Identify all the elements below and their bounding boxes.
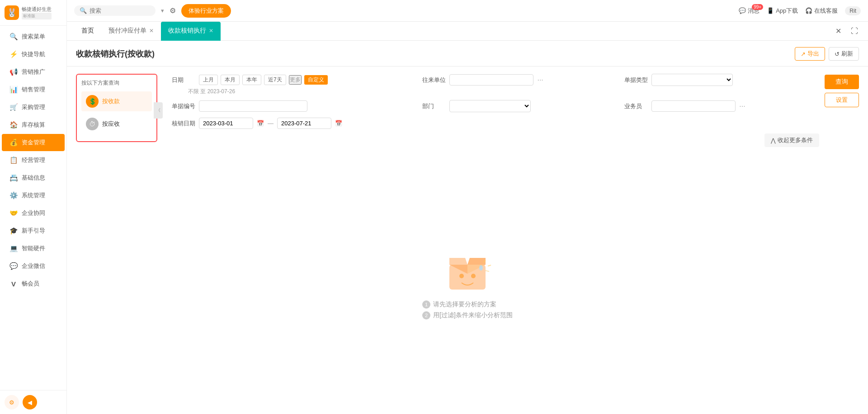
dept-select[interactable]	[449, 100, 531, 112]
date-7days[interactable]: 近7天	[264, 75, 286, 85]
hexiao-date-start[interactable]	[199, 118, 253, 129]
filter-rows-actions: 日期 上月 本月 本年 近7天 更多 自定义	[172, 74, 859, 147]
sidebar-item-management[interactable]: 📋 经营管理	[2, 152, 65, 169]
date-this-year[interactable]: 本年	[242, 75, 261, 85]
search-input[interactable]	[90, 7, 144, 14]
online-service-btn[interactable]: 🎧 在线客服	[805, 7, 838, 15]
sidebar-footer: ⚙ ◀	[0, 390, 66, 414]
doctype-select[interactable]	[651, 74, 733, 86]
sales-icon: 📊	[9, 86, 18, 94]
app-label: App下载	[776, 7, 798, 15]
doctype-label: 单据类型	[624, 76, 648, 84]
filter-rows: 日期 上月 本月 本年 近7天 更多 自定义	[172, 74, 819, 147]
sidebar-item-label: 快捷导航	[22, 50, 45, 58]
sidebar-item-label: 营销推广	[22, 68, 45, 76]
date-custom-badge[interactable]: 自定义	[304, 75, 328, 85]
message-btn[interactable]: 💬 消息 99+	[739, 7, 760, 15]
sidebar-item-label: 智能硬件	[22, 244, 45, 252]
sidebar-item-sales[interactable]: 📊 销售管理	[2, 81, 65, 98]
service-label: 在线客服	[814, 7, 838, 15]
docno-field: 单据编号	[172, 100, 415, 112]
sidebar-item-label: 基础信息	[22, 174, 45, 182]
basicinfo-icon: 📇	[9, 174, 18, 182]
user-avatar-btn[interactable]: Rit	[845, 6, 861, 15]
filter-action-btns: 查询 设置	[825, 74, 859, 147]
sidebar-item-marketing[interactable]: 📢 营销推广	[2, 63, 65, 81]
sidebar-item-wechat[interactable]: 💬 企业微信	[2, 257, 65, 275]
sidebar-item-basic-info[interactable]: 📇 基础信息	[2, 169, 65, 186]
chevron-down-icon[interactable]: ▾	[161, 7, 164, 14]
tip-text-2: 用[过滤]条件来缩小分析范围	[433, 311, 513, 319]
dept-label: 部门	[422, 102, 446, 110]
counterparty-dots[interactable]: ···	[537, 76, 543, 84]
tab-receipt-close[interactable]: ✕	[209, 28, 213, 34]
collapse-more-label: 收起更多条件	[778, 136, 813, 144]
docno-input[interactable]	[199, 100, 307, 112]
refresh-label: 刷新	[841, 50, 853, 58]
hexiao-date-label: 核销日期	[172, 119, 195, 128]
empty-state: 1 请先选择要分析的方案 2 用[过滤]条件来缩小分析范围	[67, 154, 868, 414]
date-more-btn[interactable]: 更多	[289, 75, 302, 85]
date-label: 日期	[172, 76, 195, 84]
empty-svg	[440, 249, 495, 294]
solution-button[interactable]: 体验行业方案	[181, 4, 231, 18]
tab-receipt-writeoff[interactable]: 收款核销执行 ✕	[161, 22, 221, 41]
sidebar-item-label: 新手引导	[22, 227, 45, 235]
settings-btn[interactable]: ⚙	[5, 395, 19, 409]
app-logo: 🐰 畅捷通好生意 标准版	[0, 0, 66, 26]
gear-icon[interactable]: ⚙	[170, 6, 176, 15]
logo-text-block: 畅捷通好生意 标准版	[22, 6, 52, 19]
tab-expand-btn[interactable]: ⛶	[848, 25, 861, 38]
sidebar-item-search[interactable]: 🔍 搜索菜单	[2, 28, 65, 45]
filter-settings-button[interactable]: 设置	[825, 93, 859, 107]
hexiao-date-field: 核销日期 📅 — 📅	[172, 118, 819, 129]
sidebar-item-label: 资金管理	[22, 138, 45, 147]
app-name: 畅捷通好生意	[22, 6, 52, 12]
panel-collapse-btn[interactable]: 《	[154, 102, 163, 119]
sidebar-item-collab[interactable]: 🤝 企业协同	[2, 205, 65, 222]
hexiao-date-end[interactable]	[277, 118, 331, 129]
date-this-month[interactable]: 本月	[221, 75, 240, 85]
tab-prepay-close[interactable]: ✕	[149, 28, 154, 34]
management-icon: 📋	[9, 156, 18, 164]
sidebar-item-inventory[interactable]: 🏠 库存核算	[2, 116, 65, 133]
staff-label: 业务员	[624, 102, 648, 110]
receivable-option-label: 按应收	[102, 120, 120, 128]
topbar-search-box[interactable]: 🔍	[74, 5, 156, 16]
sidebar-item-member[interactable]: V 畅会员	[2, 275, 65, 292]
main-area: 🔍 ▾ ⚙ 体验行业方案 💬 消息 99+ 📱 App下载 🎧 在线客服 Rit	[67, 0, 868, 414]
export-icon: ↗	[801, 51, 806, 57]
tab-close-window-btn[interactable]: ✕	[832, 25, 844, 38]
refresh-button[interactable]: ↺ 刷新	[829, 47, 859, 61]
sidebar-item-quicknav[interactable]: ⚡ 快捷导航	[2, 46, 65, 63]
query-option-by-receivable[interactable]: ⏱ 按应收	[81, 114, 152, 134]
svg-point-2	[471, 274, 476, 278]
calendar-start-icon[interactable]: 📅	[257, 120, 264, 127]
sidebar-item-guide[interactable]: 🎓 新手引导	[2, 222, 65, 239]
sidebar-item-purchase[interactable]: 🛒 采购管理	[2, 99, 65, 116]
counterparty-input[interactable]	[449, 74, 533, 86]
sidebar-item-finance[interactable]: 💰 资金管理	[2, 134, 65, 151]
sidebar-item-system[interactable]: ⚙️ 系统管理	[2, 187, 65, 204]
tab-prepay[interactable]: 预付冲应付单 ✕	[101, 22, 161, 41]
search-button[interactable]: 查询	[825, 75, 859, 89]
counterparty-field: 往来单位 ···	[422, 74, 617, 86]
sidebar-collapse-btn[interactable]: ◀	[23, 395, 37, 409]
app-download-btn[interactable]: 📱 App下载	[767, 7, 798, 15]
staff-dots[interactable]: ···	[739, 102, 745, 110]
svg-point-3	[479, 265, 483, 271]
query-option-by-receipt[interactable]: 💲 按收款	[81, 91, 152, 111]
receivable-option-icon: ⏱	[86, 118, 99, 130]
sidebar-item-label: 系统管理	[22, 191, 45, 200]
calendar-end-icon[interactable]: 📅	[335, 120, 342, 127]
staff-input[interactable]	[651, 100, 736, 112]
tab-home[interactable]: 首页	[74, 22, 101, 41]
collapse-more-btn[interactable]: ⋀ 收起更多条件	[764, 133, 819, 147]
message-icon: 💬	[739, 7, 746, 14]
topbar: 🔍 ▾ ⚙ 体验行业方案 💬 消息 99+ 📱 App下载 🎧 在线客服 Rit	[67, 0, 868, 22]
date-last-month[interactable]: 上月	[199, 75, 218, 85]
quicknav-icon: ⚡	[9, 50, 18, 58]
export-button[interactable]: ↗ 导出	[795, 47, 825, 61]
sidebar-item-hardware[interactable]: 💻 智能硬件	[2, 240, 65, 257]
page-title-row: 收款核销执行(按收款) ↗ 导出 ↺ 刷新	[76, 47, 859, 66]
